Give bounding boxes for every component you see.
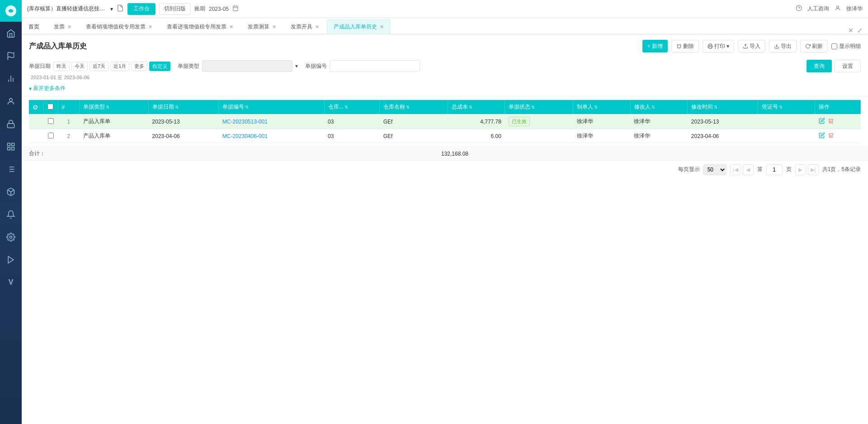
refresh-button[interactable]: 刷新 — [800, 40, 828, 52]
user-name[interactable]: 徐泽华 — [846, 5, 863, 13]
per-page-select[interactable]: 50 100 200 — [703, 164, 726, 175]
set-button[interactable]: 设置 — [835, 60, 861, 72]
next-page-btn[interactable]: ▶ — [795, 164, 806, 175]
date-btn-1month[interactable]: 近1月 — [110, 62, 129, 71]
switch-version-button[interactable]: 切到旧版 — [159, 3, 191, 15]
td-checkbox[interactable] — [43, 129, 58, 143]
th-voucher-no[interactable]: 凭证号⇅ — [758, 100, 815, 114]
doc-type-select[interactable] — [202, 60, 292, 72]
tab-close-product-instock[interactable]: ✕ — [380, 24, 384, 30]
tab-invoice-calc[interactable]: 发票测算 ✕ — [241, 19, 283, 34]
tab-close-sales-vat[interactable]: ✕ — [148, 24, 152, 30]
table-settings-gear[interactable]: ⚙ — [33, 104, 38, 111]
th-modify-time[interactable]: 修改时间⇅ — [688, 100, 758, 114]
date-btn-7days[interactable]: 近7天 — [90, 62, 108, 71]
th-doc-status[interactable]: 单据状态⇅ — [505, 100, 573, 114]
show-detail-checkbox[interactable]: 显示明细 — [831, 43, 861, 50]
select-all-checkbox[interactable] — [47, 104, 53, 110]
workbench-button[interactable]: 工作台 — [127, 3, 156, 15]
sidebar-item-bell[interactable] — [0, 204, 22, 225]
sort-warehouse-name[interactable]: ⇅ — [406, 105, 410, 110]
sidebar-item-v[interactable]: V — [0, 272, 22, 293]
sort-doc-type[interactable]: ⇅ — [106, 105, 109, 110]
tab-home[interactable]: 首页 — [22, 19, 46, 34]
doc-no-link[interactable]: MC-20230406-001 — [222, 133, 268, 139]
export-button[interactable]: 导出 — [769, 40, 797, 52]
doc-icon[interactable] — [117, 5, 124, 13]
sort-creator[interactable]: ⇅ — [594, 105, 598, 110]
tab-sales-vat[interactable]: 查看销项增值税专用发票 ✕ — [79, 19, 159, 34]
date-btn-custom[interactable]: 自定义 — [149, 62, 170, 71]
th-modifier[interactable]: 修改人⇅ — [630, 100, 688, 114]
doc-no-link[interactable]: MC-20230513-001 — [222, 119, 268, 125]
td-checkbox[interactable] — [43, 114, 58, 129]
delete-row-icon[interactable] — [828, 118, 834, 125]
edit-icon[interactable] — [819, 118, 825, 125]
th-settings[interactable]: ⚙ — [29, 100, 43, 114]
import-button[interactable]: 导入 — [738, 40, 765, 52]
company-dropdown-icon[interactable]: ▾ — [110, 6, 113, 12]
prev-page-btn[interactable]: ◀ — [743, 164, 754, 175]
date-btn-today[interactable]: 今天 — [71, 62, 88, 71]
sidebar-item-box[interactable] — [0, 181, 22, 203]
doc-no-input[interactable] — [330, 60, 420, 72]
print-button[interactable]: 打印 ▾ — [703, 40, 734, 52]
sidebar-item-home[interactable] — [0, 23, 22, 44]
first-page-btn[interactable]: |◀ — [730, 164, 741, 175]
query-button[interactable]: 查询 — [807, 60, 832, 72]
svg-rect-8 — [12, 143, 14, 146]
tab-close-invoice-open[interactable]: ✕ — [315, 24, 319, 30]
row-checkbox[interactable] — [48, 133, 54, 138]
th-warehouse-name[interactable]: 仓库名称⇅ — [380, 100, 448, 114]
th-doc-date[interactable]: 单据日期⇅ — [148, 100, 219, 114]
sidebar-item-lock[interactable] — [0, 113, 22, 135]
th-checkbox[interactable] — [43, 100, 58, 114]
sort-modify-time[interactable]: ⇅ — [714, 105, 717, 110]
sort-modifier[interactable]: ⇅ — [651, 105, 655, 110]
th-total-cost[interactable]: 总成本⇅ — [448, 100, 505, 114]
tab-close-invoice-calc[interactable]: ✕ — [272, 24, 276, 30]
show-detail-input[interactable] — [831, 43, 837, 49]
tab-product-instock[interactable]: 产成品入库单历史 ✕ — [327, 19, 391, 34]
sort-total-cost[interactable]: ⇅ — [469, 105, 472, 110]
th-warehouse-code[interactable]: 仓库...⇅ — [324, 100, 380, 114]
tab-close-purchase-vat[interactable]: ✕ — [229, 24, 233, 30]
sidebar-item-analytics[interactable] — [0, 68, 22, 90]
date-btn-yesterday[interactable]: 昨天 — [53, 62, 70, 71]
tab-invoice[interactable]: 发票 ✕ — [47, 19, 78, 34]
sidebar-item-play[interactable] — [0, 249, 22, 271]
sort-voucher-no[interactable]: ⇅ — [779, 105, 783, 110]
sidebar-item-flag[interactable] — [0, 45, 22, 67]
td-doc-no[interactable]: MC-20230513-001 — [219, 114, 324, 129]
th-doc-type[interactable]: 单据类型⇅ — [80, 100, 149, 114]
delete-button[interactable]: 删除 — [671, 40, 699, 52]
sidebar-item-settings[interactable] — [0, 226, 22, 248]
sort-doc-status[interactable]: ⇅ — [531, 105, 535, 110]
calendar-icon[interactable] — [232, 5, 239, 13]
sidebar-item-account[interactable] — [0, 91, 22, 112]
sort-warehouse-code[interactable]: ⇅ — [344, 105, 348, 110]
tab-close-all[interactable]: ✕ — [848, 27, 854, 34]
th-creator[interactable]: 制单人⇅ — [573, 100, 631, 114]
row-checkbox[interactable] — [48, 118, 54, 124]
main-content: (库存核算）直播轻捷通信息技术股份... ▾ 工作台 切到旧版 账期 2023-… — [22, 0, 868, 424]
tab-expand[interactable]: ⤢ — [857, 27, 863, 34]
tab-invoice-open[interactable]: 发票开具 ✕ — [284, 19, 326, 34]
sidebar-item-grid[interactable] — [0, 136, 22, 157]
sort-doc-no[interactable]: ⇅ — [245, 105, 249, 110]
page-label: 页 — [786, 166, 792, 173]
sort-doc-date[interactable]: ⇅ — [175, 105, 179, 110]
expand-conditions-btn[interactable]: ▾ 展开更多条件 — [29, 85, 861, 92]
last-page-btn[interactable]: ▶| — [808, 164, 819, 175]
date-btn-more[interactable]: 更多 — [131, 62, 147, 71]
edit-icon[interactable] — [819, 132, 825, 140]
page-input[interactable] — [766, 164, 783, 175]
delete-row-icon[interactable] — [828, 132, 834, 140]
tab-purchase-vat[interactable]: 查看进项增值税专用发票 ✕ — [160, 19, 240, 34]
tab-close-invoice[interactable]: ✕ — [67, 24, 71, 30]
th-doc-no[interactable]: 单据编号⇅ — [219, 100, 324, 114]
new-button[interactable]: + 新增 — [642, 40, 668, 52]
help-label[interactable]: 人工咨询 — [807, 5, 829, 13]
td-doc-no[interactable]: MC-20230406-001 — [219, 129, 324, 143]
sidebar-item-list[interactable] — [0, 158, 22, 180]
